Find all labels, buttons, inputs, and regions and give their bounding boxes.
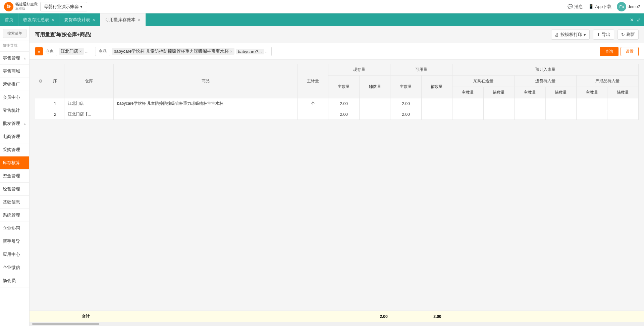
th-avail-main: 主数量	[390, 76, 421, 98]
td-unit-1	[297, 109, 328, 120]
sidebar: 搜索菜单 快捷导航 零售管理 ▲ 零售商城 营销推广 会员中心 零售统计 批发管…	[0, 26, 30, 326]
td-avail-main-1: 2.00	[390, 109, 421, 120]
sidebar-item-zijin[interactable]: 资金管理	[0, 170, 29, 183]
settings-column-icon[interactable]: ⚙	[39, 79, 43, 84]
sidebar-item-yingxiao[interactable]: 营销推广	[0, 78, 29, 91]
page-actions: 🖨 按模板打印 ▾ ⬆ 导出 ↻ 刷新	[551, 30, 639, 40]
td-incoming-main-1	[515, 109, 545, 120]
warehouse-ellipsis[interactable]: ...	[85, 49, 89, 54]
sidebar-item-dianshang[interactable]: 电商管理	[0, 130, 29, 143]
product-input[interactable]: babycare学饮杯 儿童防摔防撞吸管杯重力球吸嘴杯宝宝水杯 ✕ babyca…	[109, 47, 272, 56]
sidebar-item-jichu[interactable]: 基础信息	[0, 196, 29, 209]
td-avail-main-0: 2.00	[390, 98, 421, 109]
sidebar-item-huiyuan[interactable]: 会员中心	[0, 91, 29, 104]
product-filter-group: 商品 babycare学饮杯 儿童防摔防撞吸管杯重力球吸嘴杯宝宝水杯 ✕ bab…	[99, 47, 272, 56]
th-stock-group: 现存量	[328, 64, 390, 76]
logo-text-block: 畅捷通好生意 标准版	[15, 2, 38, 11]
settings-filter-button[interactable]: 设置	[621, 47, 639, 56]
th-incoming-group: 进货待入量	[515, 76, 577, 87]
query-button[interactable]: 查询	[600, 47, 619, 56]
tab-yaohuo[interactable]: 要货单统计表 ✕	[59, 13, 100, 26]
warehouse-label: 仓库	[46, 49, 54, 54]
tab-nav-end: ✕ ⤢	[627, 13, 644, 26]
app-icon: 📱	[588, 4, 594, 9]
product-tag1-close[interactable]: ✕	[230, 50, 232, 53]
message-icon: 💬	[568, 4, 573, 9]
print-button[interactable]: 🖨 按模板打印 ▾	[551, 30, 590, 40]
td-purchase-sub-0	[483, 98, 514, 109]
toggle-icon: »	[38, 49, 40, 54]
th-production-sub: 辅数量	[607, 87, 639, 98]
tab-yaohuo-label: 要货单统计表	[64, 17, 90, 23]
page-header: 可用量查询(按仓库+商品) 🖨 按模板打印 ▾ ⬆ 导出 ↻ 刷新	[30, 26, 644, 43]
export-button[interactable]: ⬆ 导出	[593, 30, 614, 40]
th-incoming-sub: 辅数量	[545, 87, 576, 98]
print-dropdown-icon: ▾	[584, 32, 586, 37]
quick-nav-label: 快捷导航	[3, 43, 26, 48]
td-stock-sub-1	[359, 109, 390, 120]
industry-select[interactable]: 母婴行业演示账套 ▾	[40, 2, 87, 11]
table-row: 1 江北门店 babycare学饮杯 儿童防摔防撞吸管杯重力球吸嘴杯宝宝水杯 个…	[35, 98, 639, 109]
sidebar-item-tongji[interactable]: 零售统计	[0, 104, 29, 117]
sidebar-item-qiyeweixin-label: 企业微信	[3, 265, 20, 271]
footer-label: 合计	[82, 314, 350, 319]
footer-stock-main: 2.00	[370, 314, 397, 319]
tab-shoufa[interactable]: 收发存汇总表 ✕	[18, 13, 59, 26]
td-stock-main-1: 2.00	[328, 109, 359, 120]
product-ellipsis[interactable]: ...	[265, 49, 269, 54]
td-stock-main-0: 2.00	[328, 98, 359, 109]
tab-yaohuo-close[interactable]: ✕	[92, 18, 95, 22]
sidebar-item-zijin-label: 资金管理	[3, 173, 20, 179]
message-button[interactable]: 💬 消息	[568, 4, 583, 10]
sidebar-item-qiyeweixin[interactable]: 企业微信	[0, 261, 29, 274]
scroll-bar[interactable]	[30, 322, 644, 326]
tab-home[interactable]: 首页	[0, 13, 18, 26]
warehouse-input[interactable]: 江北门店 ✕ ...	[56, 47, 96, 56]
top-bar-right: 💬 消息 📱 App下载 Ea demo2	[568, 2, 640, 11]
sidebar-item-lingxiao[interactable]: 零售管理 ▲	[0, 52, 29, 65]
sidebar-item-kucunhj-label: 库存核算	[3, 160, 20, 166]
user-area[interactable]: Ea demo2	[617, 2, 640, 11]
th-purchase-sub: 辅数量	[483, 87, 514, 98]
sidebar-item-yingyong[interactable]: 应用中心	[0, 248, 29, 261]
tab-close-all[interactable]: ✕	[630, 17, 634, 22]
search-menu-button[interactable]: 搜索菜单	[3, 29, 26, 38]
sidebar-item-yingxiao-label: 营销推广	[3, 81, 20, 87]
sidebar-item-dianshang-label: 电商管理	[3, 134, 20, 140]
scroll-thumb[interactable]	[32, 323, 99, 325]
sidebar-item-qiye[interactable]: 企业协同	[0, 222, 29, 235]
th-production-main: 主数量	[577, 87, 607, 98]
filter-toggle-button[interactable]: »	[35, 47, 43, 55]
product-tag2-label: babycare?...	[238, 49, 262, 54]
message-label: 消息	[574, 4, 583, 10]
sidebar-item-shangcheng[interactable]: 零售商城	[0, 65, 29, 78]
th-num: 序	[46, 64, 64, 98]
sidebar-item-changhui[interactable]: 畅会员	[0, 274, 29, 287]
td-num-1: 2	[46, 109, 64, 120]
sidebar-item-xinshou[interactable]: 新手引导	[0, 235, 29, 248]
tab-maximize[interactable]: ⤢	[637, 17, 641, 22]
sidebar-item-tongji-label: 零售统计	[3, 107, 20, 113]
sidebar-item-jingying[interactable]: 经营管理	[0, 183, 29, 196]
sidebar-item-xitong[interactable]: 系统管理	[0, 209, 29, 222]
table-row: 2 江北门店【... 2.00 2.00	[35, 109, 639, 120]
warehouse-tag-close[interactable]: ✕	[79, 50, 82, 53]
logo-icon: 好	[4, 2, 13, 11]
td-purchase-main-0	[452, 98, 483, 109]
th-avail-group: 可用量	[390, 64, 452, 76]
tab-shoufa-label: 收发存汇总表	[23, 17, 49, 23]
tab-nav: 首页 收发存汇总表 ✕ 要货单统计表 ✕ 可用量库存账本 ✕ ✕ ⤢	[0, 13, 644, 26]
td-warehouse-0: 江北门店	[64, 98, 114, 109]
app-label: App下载	[595, 4, 611, 10]
tab-kucun-close[interactable]: ✕	[138, 18, 141, 22]
sidebar-item-kucunhj[interactable]: 库存核算	[0, 156, 29, 170]
th-avail-sub: 辅数量	[421, 76, 452, 98]
refresh-button[interactable]: ↻ 刷新	[618, 30, 639, 40]
sidebar-item-caigou[interactable]: 采购管理	[0, 143, 29, 156]
tab-kucun[interactable]: 可用量库存账本 ✕	[100, 13, 146, 26]
tab-shoufa-close[interactable]: ✕	[51, 18, 54, 22]
warehouse-filter-group: 仓库 江北门店 ✕ ...	[46, 47, 96, 56]
td-avail-sub-1	[421, 109, 452, 120]
app-download-button[interactable]: 📱 App下载	[588, 4, 611, 10]
sidebar-item-pifa[interactable]: 批发管理 ▲	[0, 117, 29, 130]
